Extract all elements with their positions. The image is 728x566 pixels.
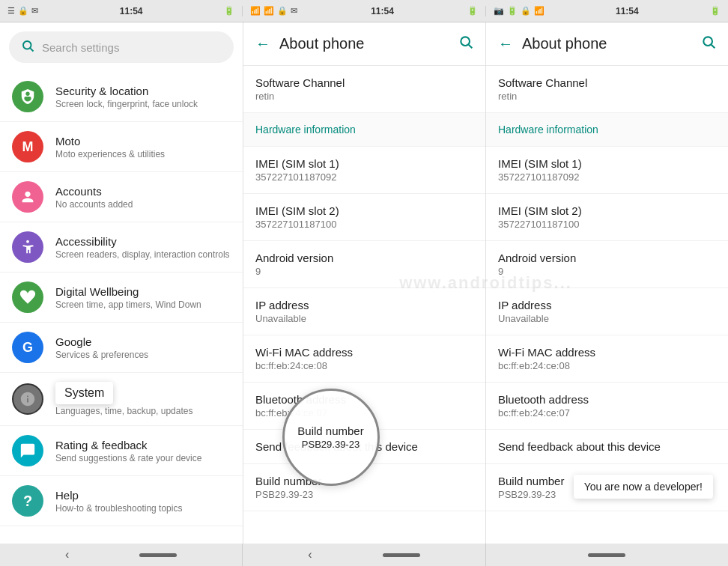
mid-status-icons: 📶 📶 🔒 ✉ — [250, 6, 297, 16]
software-channel-value-left: retin — [255, 91, 473, 102]
accessibility-subtitle: Screen readers, display, interaction con… — [55, 249, 231, 260]
moto-title: Moto — [55, 135, 231, 147]
about-item-android-right[interactable]: Android version 9 — [486, 241, 728, 288]
about-item-wifi-left[interactable]: Wi-Fi MAC address bc:ff:eb:24:ce:08 — [243, 335, 485, 383]
camera-icon-right: 📷 — [494, 6, 504, 16]
nav-home-right[interactable] — [588, 553, 625, 557]
ip-title-left: IP address — [255, 299, 473, 311]
wifi-title-left: Wi-Fi MAC address — [255, 346, 473, 359]
back-arrow-left[interactable]: ← — [255, 35, 270, 52]
about-item-wifi-right[interactable]: Wi-Fi MAC address bc:ff:eb:24:ce:08 — [486, 335, 728, 383]
about-item-feedback-left[interactable]: Send feedback about this device Build nu… — [243, 430, 485, 464]
accounts-title: Accounts — [55, 185, 231, 198]
nav-back-mid[interactable]: ‹ — [308, 548, 312, 562]
hardware-info-title-left: Hardware information — [255, 124, 473, 136]
rating-subtitle: Send suggestions & rate your device — [55, 453, 231, 463]
battery-icon-right: 🔋 — [507, 6, 518, 16]
nav-section-right — [486, 544, 728, 566]
imei1-title-left: IMEI (SIM slot 1) — [255, 157, 473, 170]
imei1-title-right: IMEI (SIM slot 1) — [498, 157, 716, 170]
accounts-subtitle: No accounts added — [55, 199, 231, 210]
search-icon — [21, 39, 34, 55]
system-icon — [12, 383, 43, 415]
sidebar-item-digital[interactable]: Digital Wellbeing Screen time, app timer… — [0, 273, 243, 323]
nav-home-mid[interactable] — [383, 553, 420, 557]
about-title-right: About phone — [522, 35, 692, 52]
accessibility-text: Accessibility Screen readers, display, i… — [55, 235, 231, 260]
android-value-right: 9 — [498, 266, 716, 277]
software-channel-title-right: Software Channel — [498, 76, 716, 89]
software-channel-title-left: Software Channel — [255, 76, 473, 89]
battery-left: 🔋 — [224, 6, 234, 16]
message-icon: ✉ — [31, 6, 38, 16]
about-panel-left: ← About phone Software Channel retin Har… — [243, 22, 486, 544]
left-status-icons: ☰ 🔒 ✉ — [7, 6, 38, 16]
about-item-imei2-left[interactable]: IMEI (SIM slot 2) 357227101187100 — [243, 194, 485, 241]
time-right: 11:54 — [616, 6, 639, 16]
time-mid: 11:54 — [371, 6, 394, 16]
sidebar-item-security[interactable]: Security & location Screen lock, fingerp… — [0, 72, 243, 122]
nav-back-left[interactable]: ‹ — [65, 548, 69, 562]
nav-home-left[interactable] — [139, 553, 177, 557]
search-header-icon-left[interactable] — [458, 34, 473, 53]
android-title-left: Android version — [255, 252, 473, 264]
hardware-info-title-right: Hardware information — [498, 124, 716, 136]
moto-text: Moto Moto experiences & utilities — [55, 135, 231, 159]
svg-line-4 — [469, 45, 473, 49]
sidebar-item-moto[interactable]: M Moto Moto experiences & utilities — [0, 122, 243, 172]
sidebar-item-rating[interactable]: Rating & feedback Send suggestions & rat… — [0, 426, 243, 476]
file-icon: ☰ — [7, 6, 15, 16]
accounts-icon — [12, 181, 43, 213]
build-circle: Build number PSB29.39-23 — [282, 389, 380, 486]
about-panel-right: ← About phone Software Channel retin Har… — [486, 22, 728, 544]
security-text: Security & location Screen lock, fingerp… — [55, 85, 231, 109]
sim-icon-mid: 📶 — [264, 6, 274, 16]
google-text: Google Services & preferences — [55, 335, 231, 360]
imei1-value-left: 357227101187092 — [255, 171, 473, 183]
back-arrow-right[interactable]: ← — [498, 35, 513, 52]
battery-right-icon: 🔋 — [710, 6, 721, 16]
about-item-ip-right[interactable]: IP address Unavailable — [486, 288, 728, 335]
sidebar-item-accounts[interactable]: Accounts No accounts added — [0, 172, 243, 222]
lock-icon-mid: 🔒 — [277, 6, 288, 16]
msg-icon-mid: ✉ — [291, 6, 297, 16]
sidebar-item-google[interactable]: G Google Services & preferences — [0, 323, 243, 373]
about-item-software-channel-right[interactable]: Software Channel retin — [486, 66, 728, 113]
about-title-left: About phone — [279, 35, 449, 52]
about-item-imei1-left[interactable]: IMEI (SIM slot 1) 357227101187092 — [243, 147, 485, 194]
about-item-imei1-right[interactable]: IMEI (SIM slot 1) 357227101187092 — [486, 147, 728, 194]
security-title: Security & location — [55, 85, 231, 97]
digital-subtitle: Screen time, app timers, Wind Down — [55, 299, 231, 310]
system-tooltip: System — [55, 382, 113, 404]
status-bar: ☰ 🔒 ✉ 11:54 🔋 📶 📶 🔒 ✉ 11:54 🔋 📷 🔋 🔒 📶 11… — [0, 0, 728, 22]
search-bar[interactable]: Search settings — [9, 31, 234, 63]
about-item-ip-left[interactable]: IP address Unavailable — [243, 288, 485, 335]
main-content: Search settings Security & location Scre… — [0, 22, 728, 544]
about-item-software-channel-left[interactable]: Software Channel retin — [243, 66, 485, 113]
status-section-right: 📷 🔋 🔒 📶 11:54 🔋 — [486, 6, 728, 16]
system-text: System Languages, time, backup, updates — [55, 382, 231, 416]
lock-icon: 🔒 — [18, 6, 28, 16]
google-subtitle: Services & preferences — [55, 350, 231, 360]
sidebar-item-system[interactable]: System Languages, time, backup, updates — [0, 373, 243, 426]
build-title-left: Build number — [255, 475, 473, 487]
about-item-imei2-right[interactable]: IMEI (SIM slot 2) 357227101187100 — [486, 194, 728, 241]
signal-icon-right: 📶 — [534, 6, 545, 16]
sidebar-item-accessibility[interactable]: Accessibility Screen readers, display, i… — [0, 222, 243, 273]
about-item-feedback-right[interactable]: Send feedback about this device — [486, 430, 728, 464]
build-circle-value: PSB29.39-23 — [302, 439, 360, 450]
imei2-title-right: IMEI (SIM slot 2) — [498, 204, 716, 217]
status-section-left: ☰ 🔒 ✉ 11:54 🔋 — [0, 6, 243, 16]
accounts-text: Accounts No accounts added — [55, 185, 231, 210]
bottom-nav: ‹ ‹ — [0, 544, 728, 566]
help-subtitle: How-to & troubleshooting topics — [55, 503, 231, 514]
about-item-bt-right[interactable]: Bluetooth address bc:ff:eb:24:ce:07 — [486, 383, 728, 430]
sidebar-item-help[interactable]: ? Help How-to & troubleshooting topics — [0, 476, 243, 526]
lock-icon-right: 🔒 — [521, 6, 531, 16]
security-subtitle: Screen lock, fingerprint, face unlock — [55, 99, 231, 109]
about-item-android-left[interactable]: Android version 9 — [243, 241, 485, 288]
about-list-left: Software Channel retin Hardware informat… — [243, 66, 485, 544]
search-header-icon-right[interactable] — [701, 34, 716, 53]
signal-icon-mid: 📶 — [250, 6, 261, 16]
build-value-left: PSB29.39-23 — [255, 489, 473, 500]
